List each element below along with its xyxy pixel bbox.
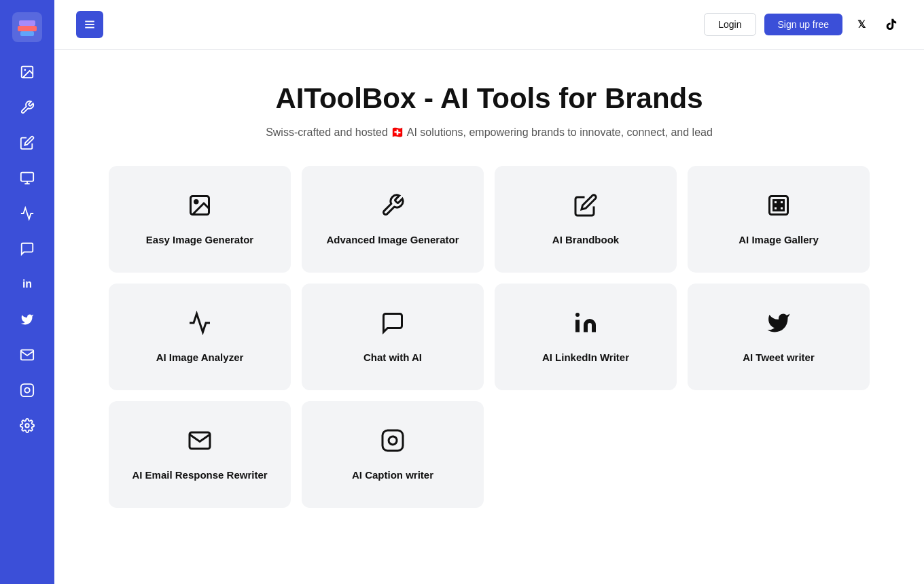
svg-point-21 — [575, 313, 580, 317]
sidebar-item-edit[interactable] — [12, 128, 42, 158]
svg-point-14 — [195, 201, 198, 204]
card-label-ai-linkedin-writer: AI LinkedIn Writer — [542, 351, 629, 363]
header-actions: Login Sign up free 𝕏 — [704, 13, 902, 36]
svg-rect-19 — [780, 207, 784, 211]
sidebar-item-analytics[interactable] — [12, 199, 42, 228]
card-ai-email-response-rewriter[interactable]: AI Email Response Rewriter — [109, 401, 291, 508]
sidebar-item-images[interactable] — [12, 57, 42, 87]
ai-tweet-writer-icon — [766, 311, 791, 341]
main-area: Login Sign up free 𝕏 AIToolBox - AI Tool… — [54, 0, 924, 584]
page-title: AIToolBox - AI Tools for Brands — [109, 82, 870, 115]
card-label-chat-with-ai: Chat with AI — [363, 351, 422, 363]
page-subtitle: Swiss-crafted and hosted 🇨🇭 AI solutions… — [109, 126, 870, 139]
sidebar-item-chat[interactable] — [12, 234, 42, 264]
sidebar-item-linkedin[interactable]: in — [12, 269, 42, 299]
svg-rect-16 — [774, 201, 778, 205]
tiktok-social-icon[interactable] — [881, 14, 902, 35]
sidebar-item-settings[interactable] — [12, 411, 42, 441]
card-ai-brandbook[interactable]: AI Brandbook — [495, 166, 677, 273]
card-ai-linkedin-writer[interactable]: AI LinkedIn Writer — [495, 284, 677, 390]
card-label-ai-brandbook: AI Brandbook — [552, 234, 619, 245]
x-social-icon[interactable]: 𝕏 — [851, 14, 872, 35]
ai-caption-writer-icon — [380, 428, 405, 458]
svg-rect-20 — [575, 320, 580, 332]
svg-rect-18 — [774, 207, 778, 211]
advanced-image-generator-icon — [380, 193, 405, 223]
header: Login Sign up free 𝕏 — [54, 0, 924, 50]
login-button[interactable]: Login — [704, 13, 756, 36]
sidebar-item-instagram[interactable] — [12, 375, 42, 405]
card-ai-tweet-writer[interactable]: AI Tweet writer — [688, 284, 870, 390]
main-content: AIToolBox - AI Tools for Brands Swiss-cr… — [54, 50, 924, 584]
svg-point-9 — [25, 424, 29, 428]
card-label-ai-tweet-writer: AI Tweet writer — [743, 351, 815, 363]
card-advanced-image-generator[interactable]: Advanced Image Generator — [302, 166, 484, 273]
svg-rect-2 — [19, 20, 35, 26]
ai-image-analyzer-icon — [188, 311, 212, 341]
card-label-advanced-image-generator: Advanced Image Generator — [326, 234, 459, 245]
card-chat-with-ai[interactable]: Chat with AI — [302, 284, 484, 390]
sidebar: in — [0, 0, 54, 584]
ai-email-response-rewriter-icon — [188, 428, 212, 458]
svg-rect-1 — [18, 26, 37, 31]
chat-with-ai-icon — [380, 311, 405, 341]
sidebar-item-email[interactable] — [12, 340, 42, 370]
svg-rect-17 — [780, 201, 784, 205]
ai-linkedin-writer-icon — [573, 311, 598, 341]
card-easy-image-generator[interactable]: Easy Image Generator — [109, 166, 291, 273]
ai-brandbook-icon — [573, 193, 598, 223]
menu-button[interactable] — [76, 11, 103, 38]
svg-rect-6 — [21, 173, 33, 182]
sidebar-item-twitter[interactable] — [12, 305, 42, 334]
sidebar-item-gallery[interactable] — [12, 163, 42, 193]
card-ai-image-analyzer[interactable]: AI Image Analyzer — [109, 284, 291, 390]
sidebar-item-tools[interactable] — [12, 92, 42, 122]
card-label-easy-image-generator: Easy Image Generator — [146, 234, 253, 245]
svg-point-5 — [24, 69, 26, 71]
card-ai-caption-writer[interactable]: AI Caption writer — [302, 401, 484, 508]
card-label-ai-caption-writer: AI Caption writer — [352, 469, 433, 481]
easy-image-generator-icon — [188, 193, 212, 223]
svg-rect-3 — [20, 31, 34, 36]
app-logo[interactable] — [11, 11, 43, 44]
ai-image-gallery-icon — [766, 193, 791, 223]
svg-rect-22 — [383, 430, 403, 451]
card-label-ai-email-response-rewriter: AI Email Response Rewriter — [132, 469, 267, 481]
tools-grid: Easy Image Generator Advanced Image Gene… — [109, 166, 870, 508]
card-label-ai-image-gallery: AI Image Gallery — [739, 234, 819, 245]
signup-button[interactable]: Sign up free — [764, 14, 843, 35]
svg-rect-7 — [21, 384, 33, 396]
card-ai-image-gallery[interactable]: AI Image Gallery — [688, 166, 870, 273]
card-label-ai-image-analyzer: AI Image Analyzer — [156, 351, 244, 363]
